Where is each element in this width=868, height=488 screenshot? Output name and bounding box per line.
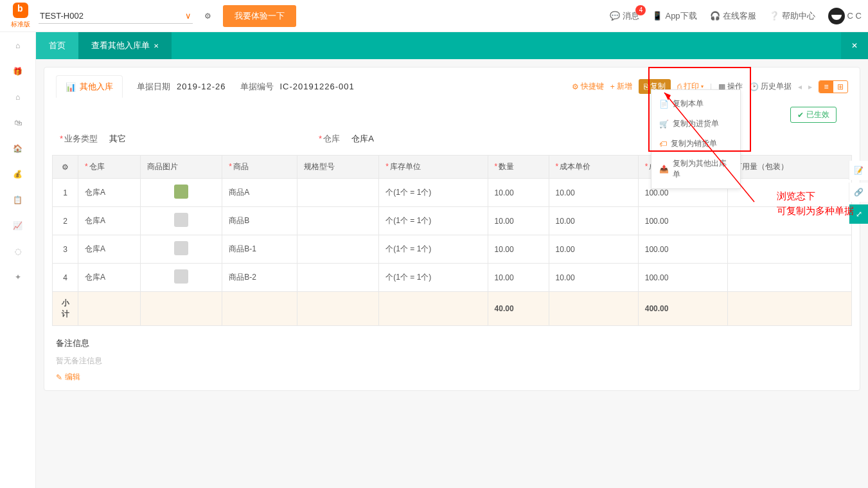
message-icon: 💬	[610, 11, 620, 21]
app-download-link[interactable]: 📱App下载	[652, 10, 696, 22]
logo[interactable]: 标准版	[6, 3, 35, 29]
phone-icon: 📱	[652, 11, 662, 21]
messages-link[interactable]: 💬消息4	[610, 10, 639, 22]
help-icon: ❔	[769, 11, 779, 21]
gear-icon[interactable]: ⚙	[204, 12, 211, 21]
help-link[interactable]: ❔帮助中心	[769, 10, 815, 22]
message-badge: 4	[635, 5, 646, 15]
chevron-down-icon: ∨	[185, 11, 191, 21]
edition-label: 标准版	[6, 20, 35, 29]
user-menu[interactable]: C C	[828, 8, 862, 24]
company-name: TEST-H002	[40, 11, 84, 21]
avatar	[828, 8, 845, 24]
try-button[interactable]: 我要体验一下	[223, 5, 296, 27]
headset-icon: 🎧	[710, 11, 720, 21]
service-link[interactable]: 🎧在线客服	[710, 10, 756, 22]
company-select[interactable]: TEST-H002∨	[39, 8, 193, 24]
